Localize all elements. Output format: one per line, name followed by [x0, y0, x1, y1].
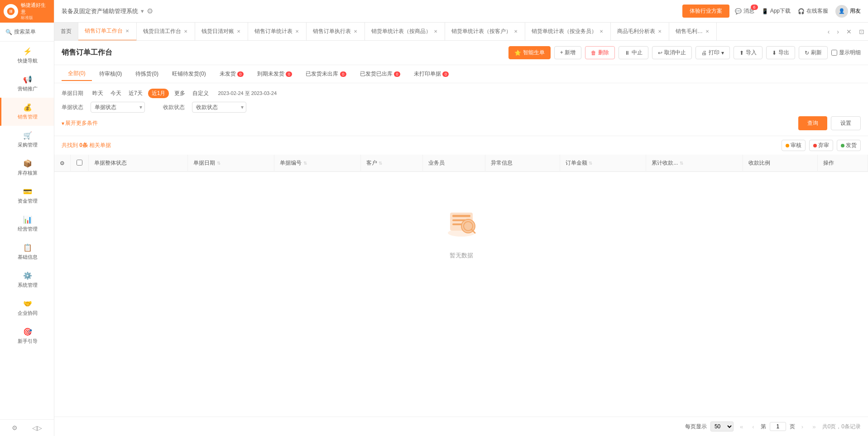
topbar-settings-button[interactable]: ⚙	[147, 7, 153, 15]
sidebar-item-quick-nav[interactable]: ⚡ 快捷导航	[0, 42, 54, 70]
batch-abandon-button[interactable]: 弃审	[809, 140, 833, 151]
tab-sales-stat-customer-close[interactable]: ✕	[513, 28, 518, 34]
th-customer[interactable]: 客户 ⇅	[361, 155, 423, 172]
filter-setting-button[interactable]: 设置	[831, 116, 861, 130]
sidebar-collapse-button[interactable]: ◁▷	[32, 424, 42, 431]
industry-solution-button[interactable]: 体验行业方案	[682, 5, 729, 18]
tab-home[interactable]: 首页	[54, 23, 78, 41]
th-received[interactable]: 累计收款... ⇅	[646, 155, 743, 172]
sub-tab-shipped-out[interactable]: 已发货已出库 0	[354, 67, 407, 81]
sidebar-item-marketing[interactable]: 📢 营销推广	[0, 70, 54, 98]
page-size-select[interactable]: 50 100 200	[710, 422, 734, 431]
tab-sales-stat-product[interactable]: 销货单统计表（按商品） ✕	[365, 23, 445, 41]
refresh-button[interactable]: ↻ 刷新	[799, 46, 828, 59]
user-menu[interactable]: 👤 用友	[835, 5, 861, 18]
received-sort-icon[interactable]: ⇅	[680, 161, 683, 166]
tab-sales-workbench[interactable]: 销售订单工作台 ✕	[78, 23, 137, 41]
sub-tab-all[interactable]: 全部(0)	[62, 67, 92, 81]
sidebar-item-purchase[interactable]: 🛒 采购管理	[0, 126, 54, 154]
sub-tab-wangpu[interactable]: 旺铺待发货(0)	[166, 67, 212, 81]
tab-cash-reconcile-close[interactable]: ✕	[236, 28, 241, 34]
select-all-checkbox[interactable]	[77, 160, 82, 166]
tab-sales-stat-product-close[interactable]: ✕	[433, 28, 438, 34]
tab-sales-more-close[interactable]: ✕	[705, 28, 710, 34]
tab-sales-stat[interactable]: 销售订单统计表 ✕	[248, 23, 307, 41]
date-opt-custom[interactable]: 自定义	[191, 89, 211, 98]
status-select[interactable]: 单据状态	[91, 102, 145, 113]
tab-sales-workbench-close[interactable]: ✕	[125, 28, 130, 34]
page-prev-button[interactable]: ‹	[749, 422, 757, 431]
app-download-button[interactable]: 📱 App下载	[762, 7, 791, 15]
page-input[interactable]	[770, 422, 786, 431]
tab-cash-reconcile[interactable]: 钱货日清对账 ✕	[195, 23, 248, 41]
sub-tab-not-printed[interactable]: 未打印单据 0	[408, 67, 455, 81]
tab-sales-more[interactable]: 销售毛利… ✕	[669, 23, 717, 41]
payment-select[interactable]: 收款状态	[192, 102, 246, 113]
tab-nav-prev[interactable]: ‹	[824, 23, 834, 41]
cancel-pause-button[interactable]: ↩ 取消中止	[652, 46, 692, 59]
sidebar-item-finance[interactable]: 💳 资金管理	[0, 182, 54, 210]
print-button[interactable]: 🖨 打印 ▾	[695, 46, 730, 59]
tab-sales-stat-close[interactable]: ✕	[294, 28, 300, 34]
sidebar-item-system[interactable]: ⚙️ 系统管理	[0, 266, 54, 294]
enterprise-label: 企业协同	[18, 310, 38, 317]
search-menu-button[interactable]: 🔍 搜索菜单	[4, 26, 50, 38]
tab-sales-exec[interactable]: 销售订单执行表 ✕	[307, 23, 365, 41]
date-sort-icon[interactable]: ⇅	[217, 161, 221, 166]
tab-cash-daily-close[interactable]: ✕	[183, 28, 188, 34]
tab-sales-stat-staff[interactable]: 销货单统计表（按业务员） ✕	[525, 23, 611, 41]
tab-fullscreen[interactable]: ⊡	[855, 23, 868, 41]
number-sort-icon[interactable]: ⇅	[303, 161, 307, 166]
add-button[interactable]: + 新增	[554, 46, 581, 59]
page-next-button[interactable]: ›	[799, 422, 806, 431]
sub-tab-overdue-not-shipped[interactable]: 到期未发货 0	[251, 67, 298, 81]
sidebar-item-basic[interactable]: 📋 基础信息	[0, 238, 54, 266]
export-button[interactable]: ⬇ 导出	[766, 46, 795, 59]
online-service-button[interactable]: 🎧 在线客服	[798, 7, 828, 15]
th-amount[interactable]: 订单金额 ⇅	[560, 155, 646, 172]
tab-sales-exec-close[interactable]: ✕	[353, 28, 358, 34]
sidebar-item-inventory[interactable]: 📦 库存核算	[0, 154, 54, 182]
date-opt-1month[interactable]: 近1月	[148, 89, 169, 98]
show-detail-input[interactable]	[831, 50, 837, 56]
tab-goods-margin[interactable]: 商品毛利分析表 ✕	[611, 23, 669, 41]
tab-sales-stat-staff-close[interactable]: ✕	[599, 28, 604, 34]
sub-tab-not-shipped[interactable]: 未发货 0	[213, 67, 250, 81]
smart-create-button[interactable]: ⭐ 智能生单	[508, 46, 551, 59]
tab-goods-margin-close[interactable]: ✕	[657, 28, 662, 34]
message-button[interactable]: 💬 消息 6	[735, 7, 754, 15]
sidebar-item-business[interactable]: 📊 经营管理	[0, 210, 54, 238]
tab-cash-daily[interactable]: 钱货日清工作台 ✕	[137, 23, 195, 41]
expand-more-button[interactable]: ▾ 展开更多条件	[62, 119, 98, 127]
batch-ship-button[interactable]: 发货	[837, 140, 861, 151]
th-number[interactable]: 单据编号 ⇅	[274, 155, 361, 172]
sidebar-item-enterprise[interactable]: 🤝 企业协同	[0, 294, 54, 322]
system-dropdown-button[interactable]: ▾	[141, 8, 144, 14]
sub-tab-pending-pickup[interactable]: 待拣货(0)	[129, 67, 165, 81]
customer-sort-icon[interactable]: ⇅	[379, 161, 382, 166]
tab-nav-next[interactable]: ›	[833, 23, 843, 41]
tab-sales-stat-customer[interactable]: 销货单统计表（按客户） ✕	[445, 23, 525, 41]
sidebar-item-sales[interactable]: 💰 销售管理	[0, 98, 54, 126]
query-button[interactable]: 查询	[798, 116, 827, 130]
sidebar-settings-button[interactable]: ⚙	[12, 424, 18, 431]
sub-tab-pending-review[interactable]: 待审核(0)	[93, 67, 129, 81]
tab-close-all[interactable]: ✕	[843, 23, 855, 41]
sub-tab-shipped-not-out[interactable]: 已发货未出库 0	[299, 67, 352, 81]
th-date[interactable]: 单据日期 ⇅	[188, 155, 274, 172]
page-last-button[interactable]: »	[810, 422, 818, 431]
topbar: 装备及固定资产辅助管理系统 ▾ ⚙ 体验行业方案 💬 消息 6 📱 App下载 …	[54, 0, 868, 23]
import-button[interactable]: ⬆ 导入	[734, 46, 762, 59]
batch-review-button[interactable]: 审核	[782, 140, 806, 151]
business-label: 经营管理	[18, 226, 38, 232]
show-detail-checkbox[interactable]: 显示明细	[831, 49, 861, 57]
page-first-button[interactable]: «	[737, 422, 746, 431]
date-opt-7days[interactable]: 近7天	[127, 89, 144, 98]
amount-sort-icon[interactable]: ⇅	[589, 161, 592, 166]
sidebar-item-guide[interactable]: 🎯 新手引导	[0, 322, 54, 350]
date-opt-today[interactable]: 今天	[109, 89, 123, 98]
delete-button[interactable]: 🗑 删除	[585, 46, 615, 59]
date-opt-more[interactable]: 更多	[173, 89, 187, 98]
pause-button[interactable]: ⏸ 中止	[619, 46, 648, 59]
date-opt-yesterday[interactable]: 昨天	[91, 89, 105, 98]
